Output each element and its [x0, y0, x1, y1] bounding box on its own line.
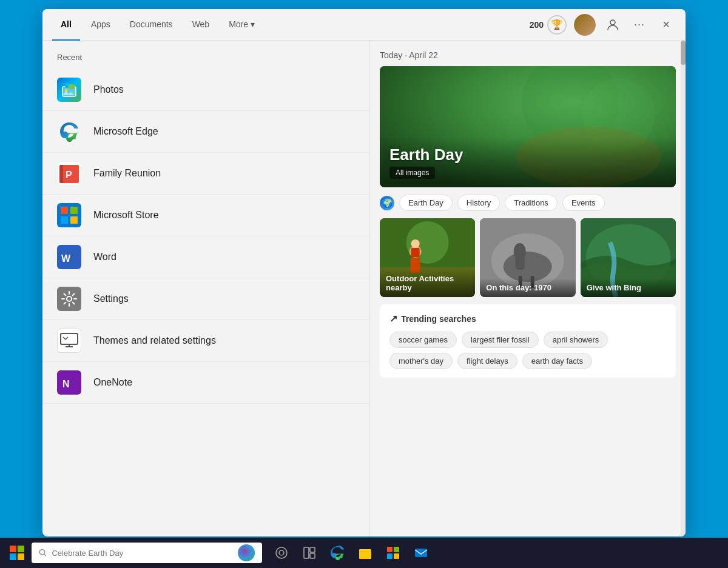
close-button[interactable]: ×: [656, 15, 676, 35]
svg-rect-54: [387, 553, 393, 559]
scroll-thumb[interactable]: [681, 41, 686, 65]
bing-label: Give with Bing: [581, 278, 676, 297]
earth-day-card[interactable]: Earth Day All images: [380, 66, 676, 187]
svg-rect-51: [359, 550, 371, 559]
svg-rect-55: [394, 553, 399, 559]
themes-icon: [57, 329, 81, 353]
taskbar: [0, 538, 728, 568]
list-item[interactable]: Photos: [42, 69, 369, 111]
search-icon: [39, 548, 47, 558]
history-label: On this day: 1970: [480, 278, 575, 297]
svg-rect-12: [61, 216, 68, 224]
svg-text:N: N: [62, 379, 70, 389]
onenote-icon: N: [57, 370, 81, 395]
trend-largest-flier[interactable]: largest flier fossil: [462, 332, 539, 348]
start-button[interactable]: [7, 543, 27, 563]
card-bing[interactable]: Give with Bing: [581, 218, 676, 297]
svg-rect-53: [394, 547, 399, 552]
list-item[interactable]: Settings: [42, 278, 369, 320]
trend-earth-day-facts[interactable]: earth day facts: [522, 353, 592, 369]
edge-taskbar-icon[interactable]: [328, 543, 347, 563]
earth-day-title: Earth Day: [389, 145, 666, 164]
user-icon[interactable]: [603, 15, 622, 35]
app-name-photos: Photos: [93, 84, 124, 95]
search-input[interactable]: [52, 549, 233, 558]
tags-row: 🌍 Earth Day History Traditions Events: [380, 195, 676, 211]
svg-rect-11: [70, 207, 78, 214]
app-name-themes: Themes and related settings: [93, 335, 216, 346]
list-item[interactable]: Microsoft Store: [42, 195, 369, 236]
svg-rect-13: [70, 216, 78, 224]
svg-rect-56: [415, 549, 427, 557]
date-header: Today · April 22: [380, 50, 676, 60]
card-outdoor[interactable]: Outdoor Activities nearby: [380, 218, 475, 297]
tab-all[interactable]: All: [52, 9, 80, 41]
edge-icon: [57, 119, 81, 144]
snap-layout-button[interactable]: [300, 543, 319, 563]
app-name-word: Word: [93, 252, 116, 262]
globe-icon: 🌍: [380, 196, 394, 210]
all-images-button[interactable]: All images: [389, 167, 435, 179]
trending-section: ↗ Trending searches soccer games largest…: [380, 304, 676, 378]
tab-apps[interactable]: Apps: [83, 9, 119, 41]
tag-earth-day[interactable]: Earth Day: [399, 195, 453, 211]
svg-point-0: [610, 20, 615, 25]
settings-icon: [57, 287, 81, 311]
photos-icon: [57, 78, 81, 102]
header-right: 200 🏆 ··· ×: [530, 14, 676, 36]
svg-point-46: [279, 550, 284, 555]
tag-traditions[interactable]: Traditions: [505, 195, 558, 211]
tab-more[interactable]: More ▾: [220, 9, 263, 41]
trend-april-showers[interactable]: april showers: [544, 332, 608, 348]
svg-rect-33: [411, 248, 420, 257]
list-item[interactable]: P Family Reunion: [42, 153, 369, 195]
trending-header: ↗ Trending searches: [389, 313, 666, 324]
svg-point-38: [514, 243, 526, 260]
svg-rect-49: [310, 553, 315, 558]
svg-point-36: [504, 252, 552, 282]
score-badge: 200 🏆: [530, 15, 567, 35]
app-name-store: Microsoft Store: [93, 210, 159, 221]
list-item[interactable]: N OneNote: [42, 362, 369, 404]
small-cards: Outdoor Activities nearby: [380, 218, 676, 297]
store-taskbar-icon[interactable]: [383, 543, 403, 563]
app-name-onenote: OneNote: [93, 377, 132, 388]
trend-soccer-games[interactable]: soccer games: [389, 332, 457, 348]
svg-rect-52: [387, 547, 393, 552]
trending-pills: soccer games largest flier fossil april …: [389, 332, 666, 369]
file-explorer-button[interactable]: [356, 543, 375, 563]
tag-events[interactable]: Events: [562, 195, 605, 211]
tag-history[interactable]: History: [457, 195, 500, 211]
scrollbar[interactable]: [681, 41, 686, 536]
svg-rect-48: [310, 547, 315, 552]
app-name-settings: Settings: [93, 293, 129, 304]
list-item[interactable]: Themes and related settings: [42, 320, 369, 362]
task-view-button[interactable]: [272, 543, 291, 563]
store-icon: [57, 203, 81, 227]
trend-mothers-day[interactable]: mother's day: [389, 353, 453, 369]
more-options-icon[interactable]: ···: [630, 15, 649, 35]
trophy-icon[interactable]: 🏆: [547, 15, 567, 35]
ppt-icon: P: [57, 161, 81, 185]
bing-orb-icon: [238, 544, 255, 561]
mail-taskbar-icon[interactable]: [411, 543, 431, 563]
svg-line-44: [44, 554, 46, 556]
card-history[interactable]: On this day: 1970: [480, 218, 575, 297]
windows-logo: [10, 546, 24, 560]
list-item[interactable]: W Word: [42, 236, 369, 278]
sidebar: Recent Photos: [42, 41, 370, 536]
tab-web[interactable]: Web: [184, 9, 218, 41]
svg-text:W: W: [61, 253, 71, 264]
search-panel: All Apps Documents Web More ▾ 200 🏆: [42, 9, 686, 536]
taskbar-icons: [272, 543, 431, 563]
list-item[interactable]: Microsoft Edge: [42, 111, 369, 153]
recent-label: Recent: [42, 53, 369, 69]
trend-flight-delays[interactable]: flight delays: [457, 353, 517, 369]
svg-rect-5: [69, 84, 75, 89]
avatar[interactable]: [574, 14, 596, 36]
taskbar-search-bar[interactable]: [32, 543, 262, 563]
right-content: Today · April 22 Earth Day All images 🌍: [370, 41, 686, 536]
tab-documents[interactable]: Documents: [121, 9, 181, 41]
svg-point-45: [276, 547, 287, 558]
earth-day-text: Earth Day All images: [380, 137, 676, 187]
